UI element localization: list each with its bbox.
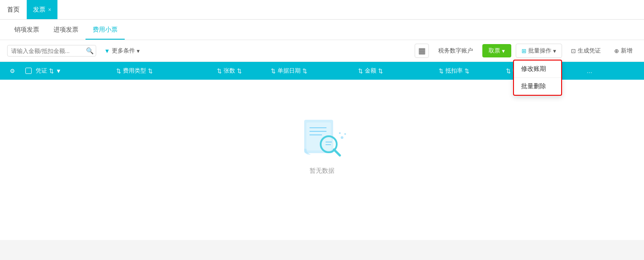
tab-purchase-invoice[interactable]: 进项发票: [46, 20, 86, 40]
svg-point-10: [341, 136, 343, 139]
col-type-label: 费用类型: [123, 67, 146, 75]
col-date-label: 单据日期: [277, 67, 301, 75]
take-ticket-chevron-icon: ▾: [502, 48, 505, 54]
col-voucher-label: 凭证: [36, 67, 47, 75]
qr-icon: ▦: [418, 46, 426, 56]
sort-icon-amount[interactable]: ⇅: [378, 68, 383, 74]
sort-icon[interactable]: ⇅: [439, 68, 444, 74]
toolbar-left: 🔍 ▼ 更多条件 ▾: [7, 45, 143, 57]
col-count-label: 张数: [224, 67, 235, 75]
header-checkbox[interactable]: [21, 68, 36, 74]
top-navigation: 首页 发票 ×: [0, 0, 644, 20]
col-header-voucher: 凭证 ⇅ ▼: [36, 67, 116, 75]
search-input[interactable]: [11, 48, 86, 54]
extra-options-icon[interactable]: …: [587, 68, 592, 74]
batch-ops-dropdown: 修改账期 批量删除: [513, 60, 562, 96]
empty-state-text: 暂无数据: [310, 167, 334, 175]
col-header-extra: …: [587, 68, 640, 74]
batch-ops-button[interactable]: ⊞ 批量操作 ▾: [516, 44, 562, 58]
more-conditions-button[interactable]: ▼ 更多条件 ▾: [101, 45, 143, 57]
col-header-rate: ⇅ 抵扣率 ⇅: [439, 67, 506, 75]
sort-icon-rate[interactable]: ⇅: [465, 68, 469, 74]
sort-icon[interactable]: ⇅: [116, 68, 121, 74]
sort-icon-date[interactable]: ⇅: [302, 68, 307, 74]
dropdown-item-modify-period[interactable]: 修改账期: [514, 61, 561, 77]
empty-illustration: [295, 115, 349, 160]
batch-ops-label: 批量操作: [528, 47, 551, 55]
batch-ops-chevron-icon: ▾: [553, 48, 556, 54]
qr-button[interactable]: ▦: [415, 44, 429, 58]
col-rate-label: 抵扣率: [445, 67, 463, 75]
toolbar: 🔍 ▼ 更多条件 ▾ ▦ 税务数字账户 取票 ▾ ⊞ 批量操作 ▾ 修改账期: [0, 40, 644, 62]
svg-point-11: [344, 133, 346, 135]
tab-expense-receipt[interactable]: 费用小票: [86, 20, 125, 40]
search-box[interactable]: 🔍: [7, 45, 96, 57]
filter-col-icon[interactable]: ▼: [56, 68, 61, 74]
sort-icon[interactable]: ⇅: [271, 68, 276, 74]
col-header-count: ⇅ 张数 ⇅: [217, 67, 271, 75]
batch-icon: ⊞: [522, 48, 526, 54]
close-icon[interactable]: ×: [48, 7, 51, 13]
generate-voucher-button[interactable]: ⊡ 生成凭证: [567, 44, 605, 57]
take-ticket-label: 取票: [489, 47, 500, 55]
chevron-down-icon: ▾: [137, 48, 140, 54]
sort-icon[interactable]: ⇅: [49, 68, 54, 74]
settings-icon[interactable]: ⚙: [4, 68, 21, 74]
more-conditions-label: 更多条件: [112, 47, 135, 55]
col-header-type: ⇅ 费用类型 ⇅: [116, 67, 217, 75]
col-amount-label: 金额: [365, 67, 376, 75]
svg-line-7: [334, 150, 340, 155]
generate-voucher-icon: ⊡: [571, 48, 576, 54]
search-icon[interactable]: 🔍: [86, 47, 94, 54]
col-header-date: ⇅ 单据日期 ⇅: [271, 67, 358, 75]
empty-state: 暂无数据: [0, 80, 644, 211]
sort-icon[interactable]: ⇅: [217, 68, 222, 74]
new-button[interactable]: ⊕ 新增: [610, 44, 637, 57]
toolbar-right: ▦ 税务数字账户 取票 ▾ ⊞ 批量操作 ▾ 修改账期 批量删除 ⊡ 生成凭证: [415, 44, 637, 58]
sub-tabs-bar: 销项发票 进项发票 费用小票: [0, 20, 644, 40]
new-label: 新增: [621, 47, 632, 55]
tax-account-button[interactable]: 税务数字账户: [433, 44, 478, 58]
new-icon: ⊕: [614, 48, 619, 54]
sort-icon-count[interactable]: ⇅: [237, 68, 242, 74]
batch-ops-container: ⊞ 批量操作 ▾ 修改账期 批量删除: [516, 44, 562, 58]
take-ticket-button[interactable]: 取票 ▾: [482, 44, 511, 57]
generate-voucher-label: 生成凭证: [578, 47, 601, 55]
tax-account-label: 税务数字账户: [438, 47, 473, 55]
col-header-amount: ⇅ 金额 ⇅: [358, 67, 439, 75]
sort-icon-type[interactable]: ⇅: [148, 68, 153, 74]
home-tab[interactable]: 首页: [0, 0, 27, 19]
sort-icon[interactable]: ⇅: [358, 68, 363, 74]
invoice-tab-label: 发票: [33, 6, 45, 14]
invoice-tab[interactable]: 发票 ×: [27, 0, 57, 19]
svg-point-12: [339, 132, 341, 134]
tab-sales-invoice[interactable]: 销项发票: [7, 20, 46, 40]
filter-icon: ▼: [104, 48, 110, 54]
select-all-checkbox[interactable]: [25, 68, 32, 74]
dropdown-item-batch-delete[interactable]: 批量删除: [514, 77, 561, 95]
sort-icon[interactable]: ⇅: [506, 68, 511, 74]
